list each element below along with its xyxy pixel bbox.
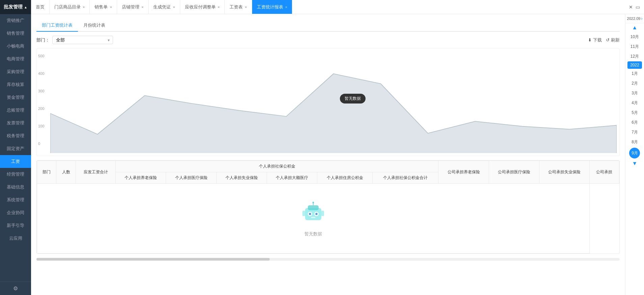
sidebar-item-总账管理[interactable]: 总账管理: [0, 104, 31, 117]
cal-month-10月[interactable]: 10月: [627, 32, 642, 42]
empty-cell: 暂无数据: [37, 184, 590, 254]
tab-label: 生成凭证: [153, 4, 171, 10]
calendar-down-icon[interactable]: ▼: [631, 159, 639, 168]
cal-year-text: 2022.09: [627, 17, 641, 21]
sidebar-item-库存核算[interactable]: 库存核算: [0, 78, 31, 91]
dept-select-wrapper[interactable]: 全部: [52, 36, 113, 44]
refresh-button[interactable]: ↺ 刷新: [606, 37, 620, 43]
restore-button[interactable]: ▭: [636, 4, 640, 10]
tabs-container: 首页门店商品目录×销售单×店铺管理×生成凭证×应收应付调整单×工资表×工资统计报…: [31, 0, 625, 14]
tab-工资统计报表[interactable]: 工资统计报表×: [252, 0, 292, 14]
sidebar-item-电商管理[interactable]: 电商管理: [0, 53, 31, 65]
toolbar-right: ⬇ 下载 ↺ 刷新: [588, 37, 620, 43]
svg-rect-1: [308, 205, 319, 210]
tab-label: 店铺管理: [122, 4, 139, 10]
cal-month-2022[interactable]: 2022: [627, 61, 642, 69]
cal-month-4月[interactable]: 4月: [627, 98, 642, 108]
svg-point-4: [309, 213, 311, 215]
th-personal-housing: 个人承担住房公积金: [317, 172, 372, 184]
th-company-unemployment: 公司承担失业保险: [539, 161, 589, 184]
tab-应收应付调整单[interactable]: 应收应付调整单×: [180, 0, 225, 14]
sidebar-item-工资[interactable]: 工资: [0, 155, 31, 168]
sidebar-footer[interactable]: ⚙: [0, 282, 31, 295]
sidebar-item-经营管理[interactable]: 经营管理: [0, 168, 31, 181]
tab-close-area: ✕ ▭: [625, 4, 644, 10]
svg-point-8: [313, 202, 314, 204]
sidebar-arrow-icon: ▲: [24, 5, 27, 9]
sidebar-item-营销推广[interactable]: 营销推广: [0, 14, 31, 27]
th-salary: 应发工资合计: [76, 161, 116, 184]
sidebar-item-新手引导[interactable]: 新手引导: [0, 219, 31, 232]
dept-select[interactable]: 全部: [52, 36, 113, 44]
tab-close-icon[interactable]: ×: [245, 5, 247, 9]
cal-month-5月[interactable]: 5月: [627, 108, 642, 118]
download-label: 下载: [593, 37, 602, 43]
cal-month-11月[interactable]: 11月: [627, 42, 642, 52]
sub-tab-部门工资统计表[interactable]: 部门工资统计表: [36, 20, 78, 32]
sidebar-item-税务管理[interactable]: 税务管理: [0, 129, 31, 142]
page-content: 部门工资统计表月份统计表 部门： 全部 ⬇ 下载: [31, 14, 625, 295]
sidebar-item-销售管理[interactable]: 销售管理: [0, 27, 31, 40]
download-icon: ⬇: [588, 37, 592, 42]
gear-icon[interactable]: ⚙: [13, 286, 18, 291]
tab-销售单[interactable]: 销售单×: [90, 0, 117, 14]
tab-close-icon[interactable]: ×: [173, 5, 175, 9]
tab-close-icon[interactable]: ×: [83, 5, 85, 9]
calendar-year-label: 2022.09 ›: [625, 14, 644, 23]
tab-生成凭证[interactable]: 生成凭证×: [149, 0, 180, 14]
sidebar-item-企业协同[interactable]: 企业协同: [0, 206, 31, 219]
tab-首页[interactable]: 首页: [31, 0, 50, 14]
tab-close-icon[interactable]: ×: [285, 5, 287, 9]
tab-工资表[interactable]: 工资表×: [225, 0, 252, 14]
sidebar-item-云应用[interactable]: 云应用: [0, 232, 31, 245]
cal-month-9月[interactable]: 9月: [629, 148, 640, 158]
sidebar-item-采购管理[interactable]: 采购管理: [0, 65, 31, 78]
horizontal-scrollbar[interactable]: [36, 258, 620, 261]
table-wrapper: 部门 人数 应发工资合计 个人承担社保公积金 公司承担养老保险 公司承担医疗保险…: [36, 160, 620, 254]
calendar-arrow-icon[interactable]: ›: [641, 16, 642, 21]
chart-tooltip: 暂无数据: [340, 94, 366, 104]
download-button[interactable]: ⬇ 下载: [588, 37, 602, 43]
close-all-button[interactable]: ✕: [629, 4, 633, 10]
th-personal-insurance: 个人承担社保公积金: [116, 161, 438, 172]
sidebar-item-小畅电商[interactable]: 小畅电商: [0, 40, 31, 53]
tab-close-icon[interactable]: ×: [141, 5, 143, 9]
th-count: 人数: [56, 161, 76, 184]
cal-month-3月[interactable]: 3月: [627, 88, 642, 98]
sidebar-item-系统管理[interactable]: 系统管理: [0, 194, 31, 206]
svg-rect-6: [311, 217, 316, 218]
chart-svg: [50, 54, 617, 153]
sidebar-item-发票管理[interactable]: 发票管理: [0, 117, 31, 129]
th-personal-major-medical: 个人承担大额医疗: [267, 172, 317, 184]
content-area: 部门工资统计表月份统计表 部门： 全部 ⬇ 下载: [31, 14, 644, 295]
scrollbar-thumb[interactable]: [36, 258, 270, 261]
y-label: 200: [38, 107, 44, 111]
sidebar: 批发管理 ▲ 营销推广销售管理小畅电商电商管理采购管理库存核算资金管理总账管理发…: [0, 0, 31, 295]
cal-month-1月[interactable]: 1月: [627, 69, 642, 79]
sidebar-item-固定资产[interactable]: 固定资产: [0, 142, 31, 155]
th-personal-pension: 个人承担养老保险: [116, 172, 166, 184]
svg-point-5: [315, 213, 317, 215]
sidebar-title: 批发管理: [4, 4, 23, 10]
tab-店铺管理[interactable]: 店铺管理×: [117, 0, 149, 14]
sidebar-item-基础信息[interactable]: 基础信息: [0, 181, 31, 194]
tab-close-icon[interactable]: ×: [110, 5, 112, 9]
toolbar-left: 部门： 全部: [36, 36, 113, 44]
cal-month-7月[interactable]: 7月: [627, 127, 642, 137]
refresh-icon: ↺: [606, 37, 610, 42]
y-label: 100: [38, 124, 44, 128]
cal-month-2月[interactable]: 2月: [627, 79, 642, 88]
tab-label: 工资统计报表: [257, 4, 283, 10]
chart-y-labels: 5004003002001000: [38, 54, 44, 146]
toolbar: 部门： 全部 ⬇ 下载 ↺ 刷新: [36, 36, 620, 44]
data-table: 部门 人数 应发工资合计 个人承担社保公积金 公司承担养老保险 公司承担医疗保险…: [37, 160, 619, 254]
tab-close-icon[interactable]: ×: [218, 5, 220, 9]
cal-month-8月[interactable]: 8月: [627, 137, 642, 147]
cal-month-12月[interactable]: 12月: [627, 52, 642, 61]
sidebar-header: 批发管理 ▲: [0, 0, 31, 14]
tab-门店商品目录[interactable]: 门店商品目录×: [50, 0, 90, 14]
sidebar-item-资金管理[interactable]: 资金管理: [0, 91, 31, 104]
cal-month-6月[interactable]: 6月: [627, 118, 642, 127]
sub-tab-月份统计表[interactable]: 月份统计表: [78, 20, 111, 32]
calendar-up-icon[interactable]: ▲: [631, 23, 639, 32]
